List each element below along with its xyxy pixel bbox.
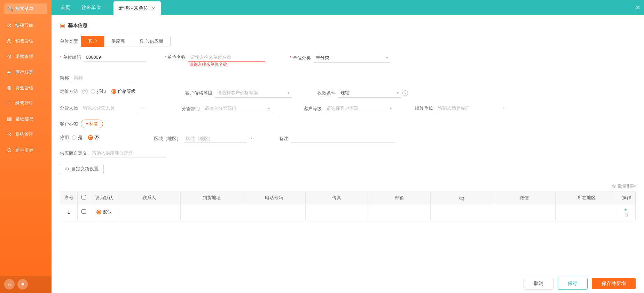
region-label: 区域（地区） — [154, 136, 181, 142]
unit-category-dropdown[interactable]: 未分类 ▾ — [314, 53, 390, 63]
chevron-down-icon: ▾ — [386, 56, 388, 60]
remarks-input[interactable] — [291, 135, 395, 143]
section-title: 基本信息 — [68, 23, 87, 29]
pricing-radio-group: 折扣 价格等级 — [91, 88, 136, 95]
unit-category-value: 未分类 — [316, 55, 385, 61]
region-table-input[interactable] — [559, 210, 614, 215]
unit-name-error: 请输入往来单位名称 — [189, 62, 227, 67]
custom-settings-button[interactable]: ⚙ 自定义项设置 — [60, 164, 104, 174]
default-radio-circle — [96, 210, 101, 214]
disable-region-row: 停用 是 否 区域（地区） ··· — [60, 135, 636, 143]
row-checkbox[interactable] — [81, 209, 86, 214]
unit-code-input[interactable] — [84, 53, 147, 62]
department-group: 分管部门 请输入分管部门 ▾ — [182, 104, 297, 113]
table-header-bar: 🗑 批量删除 — [60, 181, 636, 192]
td-fax — [305, 204, 368, 220]
wechat-input[interactable] — [497, 210, 552, 215]
pricing-help-icon[interactable]: ? — [82, 89, 88, 94]
search-icon: 🔍 — [8, 6, 13, 11]
region-dots[interactable]: ··· — [248, 136, 255, 142]
customer-price-level-dropdown[interactable]: 请选择客户价格等级 ▾ — [215, 88, 292, 98]
sidebar-settings-icon[interactable]: ≡ — [17, 279, 28, 290]
btn-both[interactable]: 客户/供应商 — [132, 36, 171, 47]
customer-price-level-placeholder: 请选择客户价格等级 — [217, 90, 286, 96]
td-contact — [118, 204, 181, 220]
disable-label: 停用 — [60, 135, 69, 141]
customer-price-level-label: 客户价格等级 — [185, 90, 212, 96]
add-tag-button[interactable]: + 标签 — [81, 120, 103, 128]
td-default: 默认 — [90, 204, 118, 220]
sidebar-item-system[interactable]: ⊙ 系统管理 — [0, 127, 52, 142]
customer-level-dropdown[interactable]: 请选择客户等级 ▾ — [324, 104, 394, 113]
radio-price-level[interactable]: 价格等级 — [111, 88, 136, 95]
email-input[interactable] — [371, 210, 427, 215]
radio-price-level-label: 价格等级 — [118, 88, 136, 95]
select-all-checkbox[interactable] — [81, 195, 86, 200]
save-add-button[interactable]: 保存并新增 — [592, 278, 636, 289]
disable-radio-group: 是 否 — [72, 135, 99, 141]
tab-partners-close[interactable]: ✕ — [104, 5, 108, 10]
qq-input[interactable] — [434, 210, 489, 215]
disable-group: 停用 是 否 — [60, 135, 147, 141]
sidebar-home-icon[interactable]: ⌂ — [4, 279, 15, 290]
tab-partners[interactable]: 往来单位 ✕ — [76, 0, 113, 15]
payment-terms-dropdown[interactable]: 现结 ▾ — [338, 88, 401, 98]
customer-level-label: 客户等级 — [304, 106, 322, 112]
td-check — [78, 204, 90, 220]
close-all-tabs[interactable]: ✕ — [635, 4, 641, 11]
radio-no-label: 否 — [94, 135, 99, 141]
radio-discount[interactable]: 折扣 — [91, 88, 106, 95]
sidebar-item-quick-nav[interactable]: ⊙ 快捷导航 — [0, 17, 52, 33]
manager-dots[interactable]: ··· — [140, 105, 147, 111]
cancel-button[interactable]: 取消 — [524, 278, 553, 290]
save-button[interactable]: 保存 — [558, 278, 588, 290]
quick-nav-icon: ⊙ — [6, 22, 13, 29]
th-fax: 传真 — [305, 192, 368, 204]
batch-delete-button[interactable]: 🗑 批量删除 — [612, 183, 636, 189]
btn-customer[interactable]: 客户 — [81, 36, 104, 47]
add-row-icon[interactable]: + — [625, 207, 627, 212]
short-name-input[interactable] — [72, 74, 134, 82]
radio-yes[interactable]: 是 — [72, 135, 83, 141]
default-radio[interactable]: 默认 — [94, 209, 114, 215]
supplier-custom-input[interactable] — [90, 149, 166, 157]
region-input[interactable] — [184, 135, 246, 143]
delete-row-icon[interactable]: 🗑 — [625, 212, 629, 217]
department-placeholder: 请输入分管部门 — [205, 105, 267, 112]
sidebar-search[interactable]: 🔍 搜索菜单 — [4, 3, 47, 14]
pricing-row: 定价方法 ? 折扣 价格等级 客户价格等级 请选择客户价格等级 — [60, 88, 636, 98]
contact-input[interactable] — [121, 210, 177, 215]
manager-input[interactable] — [81, 104, 138, 112]
th-action: 操作 — [618, 192, 635, 204]
remarks-group: 备注 — [279, 135, 418, 143]
settlement-unit-dots[interactable]: ··· — [500, 105, 507, 111]
sidebar-item-operations[interactable]: ≡ 经营管理 — [0, 96, 52, 111]
finance-icon: ⊗ — [6, 84, 13, 91]
customer-tag-label: 客户标签 — [60, 121, 78, 127]
unit-name-input[interactable] — [188, 53, 265, 62]
address-input[interactable] — [184, 210, 239, 215]
fax-input[interactable] — [309, 210, 364, 215]
tab-new-partner[interactable]: 新增往来单位 ✕ — [113, 1, 161, 15]
sidebar-item-purchase[interactable]: ⊛ 采购管理 — [0, 49, 52, 64]
tab-new-partner-close[interactable]: ✕ — [152, 6, 155, 11]
sidebar-item-sales[interactable]: ◎ 销售管理 — [0, 33, 52, 49]
payment-help-icon[interactable]: ? — [402, 90, 408, 96]
sidebar-item-inventory[interactable]: ◈ 库存核算 — [0, 64, 52, 80]
sidebar-item-basic-info[interactable]: ▦ 基础信息 — [0, 111, 52, 127]
radio-no[interactable]: 否 — [88, 135, 99, 141]
guide-icon: ⊙ — [6, 147, 13, 153]
main-content: ▣ 基本信息 单位类型 客户 供应商 客户/供应商 单位编码 单位名称 — [52, 15, 644, 274]
department-dropdown[interactable]: 请输入分管部门 ▾ — [203, 104, 272, 113]
sidebar-item-guide[interactable]: ⊙ 新手引导 — [0, 142, 52, 158]
radio-yes-label: 是 — [78, 135, 83, 141]
unit-category-group: 单位分类 未分类 ▾ — [290, 53, 422, 63]
chevron-down-icon5: ▾ — [390, 106, 392, 111]
settlement-unit-input[interactable] — [436, 104, 498, 112]
unit-name-label: 单位名称 — [164, 54, 186, 60]
btn-supplier[interactable]: 供应商 — [104, 36, 132, 47]
tab-home[interactable]: 首页 — [55, 0, 76, 15]
phone-input[interactable] — [246, 210, 302, 215]
sidebar-item-finance[interactable]: ⊗ 资金管理 — [0, 80, 52, 96]
table-head: 序号 设为默认 联系人 到货地址 电话号码 传真 邮箱 qq 微信 所在地区 操… — [60, 192, 636, 204]
